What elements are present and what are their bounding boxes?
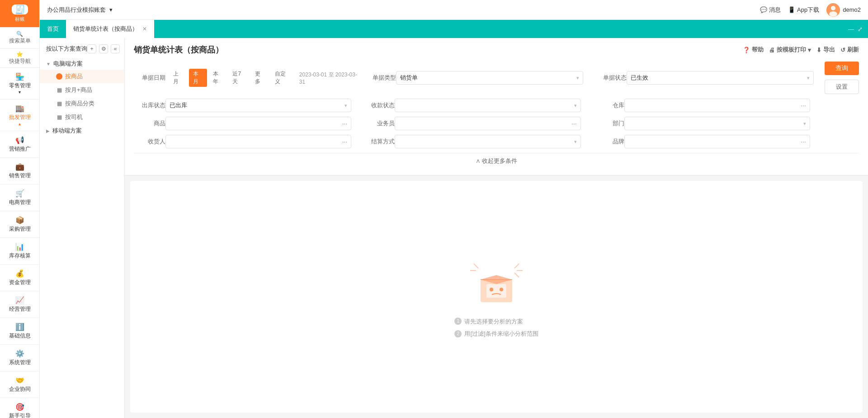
finance-icon: 💰 bbox=[15, 269, 24, 278]
message-btn[interactable]: 💬 消息 bbox=[760, 6, 781, 14]
sidebar-item-enterprise[interactable]: 🤝 企业协同 bbox=[0, 371, 39, 398]
out-status-field[interactable]: 已出库 ▾ bbox=[165, 99, 351, 112]
brand-field[interactable]: ··· bbox=[624, 135, 810, 148]
sidebar-item-inventory[interactable]: 📊 库存核算 bbox=[0, 238, 39, 265]
recipient-field[interactable]: ··· bbox=[165, 135, 351, 148]
username: demo2 bbox=[843, 6, 861, 13]
nav-icon: ⭐ bbox=[2, 51, 37, 57]
product-label: 商品 bbox=[134, 119, 165, 128]
date-range: 2023-03-01 至 2023-03-31 bbox=[299, 71, 360, 85]
settings-scheme-btn[interactable]: ⚙ bbox=[99, 44, 108, 53]
sidebar-quick-nav[interactable]: ⭐ 快捷导航 bbox=[0, 49, 39, 68]
avatar bbox=[826, 3, 840, 17]
brand-ellipsis: ··· bbox=[801, 138, 806, 145]
date-pill-last-month[interactable]: 上月 bbox=[169, 69, 187, 87]
table-icon-2: ▦ bbox=[56, 100, 62, 107]
warehouse-ellipsis: ··· bbox=[801, 102, 806, 109]
panel-item-by-supplier[interactable]: ▦ 按司机 bbox=[40, 110, 124, 124]
main-area: 办公用品行业模拟账套 ▾ 💬 消息 📱 App下载 de bbox=[40, 0, 868, 418]
tab-home[interactable]: 首页 bbox=[40, 20, 66, 38]
sidebar-item-sales[interactable]: 💼 销售管理 bbox=[0, 158, 39, 185]
print-btn[interactable]: 🖨 按模板打印 ▾ bbox=[769, 46, 811, 54]
expand-arrow-wholesale: ▴ bbox=[19, 121, 21, 126]
tab-report-label: 销货单统计表（按商品） bbox=[73, 25, 138, 33]
date-label: 单据日期 bbox=[134, 74, 165, 82]
warehouse-field[interactable]: ··· bbox=[624, 99, 810, 112]
collapse-panel-btn[interactable]: « bbox=[111, 44, 120, 53]
marketing-icon: 📢 bbox=[15, 136, 24, 144]
tab-close-icon[interactable]: ✕ bbox=[142, 26, 147, 32]
department-field[interactable]: ▾ bbox=[624, 117, 810, 130]
collapse-bar[interactable]: ∧ 收起更多条件 bbox=[134, 153, 859, 169]
tab-maximize-icon[interactable]: ⤢ bbox=[858, 26, 863, 33]
empty-tip-2: 2 用[过滤]条件来缩小分析范围 bbox=[454, 328, 538, 339]
payment-label: 结算方式 bbox=[363, 138, 395, 146]
empty-illustration bbox=[469, 255, 524, 309]
date-pill-this-month[interactable]: 本月 bbox=[189, 69, 207, 87]
panel-header-actions: + ⚙ « bbox=[87, 44, 120, 53]
table-icon-3: ▦ bbox=[56, 114, 62, 120]
topbar: 办公用品行业模拟账套 ▾ 💬 消息 📱 App下载 de bbox=[40, 0, 868, 20]
tip-number-2: 2 bbox=[454, 330, 462, 337]
print-icon: 🖨 bbox=[769, 47, 775, 53]
topbar-right: 💬 消息 📱 App下载 demo2 bbox=[760, 3, 861, 17]
print-arrow: ▾ bbox=[808, 47, 811, 53]
svg-line-9 bbox=[514, 264, 519, 268]
filter-area: 销货单统计表（按商品） ❓ 帮助 🖨 按模板打印 ▾ ⬇ bbox=[125, 38, 868, 176]
recipient-label: 收货人 bbox=[134, 138, 165, 146]
salesperson-label: 业务员 bbox=[363, 119, 395, 128]
panel-item-by-month-product[interactable]: ▦ 按月+商品 bbox=[40, 83, 124, 97]
sidebar-item-guide[interactable]: 🎯 新手引导 bbox=[0, 398, 39, 418]
expand-arrow-retail: ▾ bbox=[19, 90, 21, 95]
doc-status-field[interactable]: 已生效 ▾ bbox=[627, 71, 814, 85]
sidebar-item-purchase[interactable]: 📦 采购管理 bbox=[0, 211, 39, 238]
export-icon: ⬇ bbox=[816, 47, 821, 53]
pc-section[interactable]: ▼ 电脑端方案 bbox=[40, 57, 124, 70]
sidebar-search[interactable]: 🔍 搜索菜单 bbox=[0, 27, 39, 49]
title-dropdown-arrow[interactable]: ▾ bbox=[109, 6, 113, 13]
tab-report[interactable]: 销货单统计表（按商品） ✕ bbox=[66, 20, 154, 38]
panel-item-by-product[interactable]: 按商品 bbox=[40, 70, 124, 83]
doc-type-field[interactable]: 销货单 ▾ bbox=[396, 71, 583, 85]
sidebar-item-system[interactable]: ⚙️ 系统管理 bbox=[0, 345, 39, 371]
help-btn[interactable]: ❓ 帮助 bbox=[743, 46, 764, 54]
date-pill-this-year[interactable]: 本年 bbox=[209, 69, 227, 87]
query-button[interactable]: 查询 bbox=[825, 62, 859, 75]
sidebar-item-operation[interactable]: 📈 经营管理 bbox=[0, 291, 39, 318]
out-status-arrow: ▾ bbox=[344, 103, 347, 109]
tab-minimize-icon[interactable]: — bbox=[848, 26, 854, 33]
settings-button[interactable]: 设置 bbox=[825, 80, 859, 94]
sidebar-item-wholesale[interactable]: 🏬 批发管理 ▴ bbox=[0, 100, 39, 131]
left-panel: 按以下方案查询 + ⚙ « ▼ 电脑端方案 按商品 ▦ 按月+商品 bbox=[40, 38, 125, 418]
empty-tips: 1 请先选择要分析的方案 2 用[过滤]条件来缩小分析范围 bbox=[454, 316, 538, 339]
mobile-section[interactable]: ▶ 移动端方案 bbox=[40, 124, 124, 137]
receive-status-field[interactable]: ▾ bbox=[395, 99, 580, 112]
sidebar-item-retail[interactable]: 🏪 零售管理 ▾ bbox=[0, 68, 39, 100]
sidebar-item-ecommerce[interactable]: 🛒 电商管理 bbox=[0, 185, 39, 211]
logo-icon: 🧾 bbox=[12, 5, 28, 14]
retail-icon: 🏪 bbox=[15, 72, 24, 81]
date-pill-custom[interactable]: 自定义 bbox=[271, 69, 294, 87]
salesperson-field[interactable]: ··· bbox=[395, 117, 580, 130]
refresh-btn[interactable]: ↺ 刷新 bbox=[840, 46, 859, 54]
payment-field[interactable]: ▾ bbox=[395, 135, 580, 148]
export-btn[interactable]: ⬇ 导出 bbox=[816, 46, 835, 54]
ecommerce-icon: 🛒 bbox=[15, 189, 24, 198]
app-download-btn[interactable]: 📱 App下载 bbox=[788, 6, 819, 14]
panel-item-by-category[interactable]: ▦ 按商品分类 bbox=[40, 97, 124, 110]
purchase-icon: 📦 bbox=[15, 216, 24, 224]
user-menu[interactable]: demo2 bbox=[826, 3, 861, 17]
product-ellipsis: ··· bbox=[342, 120, 348, 127]
product-field[interactable]: ··· bbox=[165, 117, 351, 130]
sidebar-item-marketing[interactable]: 📢 营销推广 bbox=[0, 131, 39, 158]
add-scheme-btn[interactable]: + bbox=[87, 44, 96, 53]
svg-line-12 bbox=[474, 264, 478, 268]
tabbar: 首页 销货单统计表（按商品） ✕ — ⤢ bbox=[40, 20, 868, 38]
date-pill-more[interactable]: 更多 bbox=[251, 69, 269, 87]
warehouse-label: 仓库 bbox=[593, 101, 624, 109]
brand-label: 品牌 bbox=[593, 138, 624, 146]
sales-icon: 💼 bbox=[15, 162, 24, 171]
date-pill-last7[interactable]: 近7天 bbox=[228, 69, 249, 87]
sidebar-item-basic[interactable]: ℹ️ 基础信息 bbox=[0, 318, 39, 345]
sidebar-item-finance[interactable]: 💰 资金管理 bbox=[0, 265, 39, 291]
